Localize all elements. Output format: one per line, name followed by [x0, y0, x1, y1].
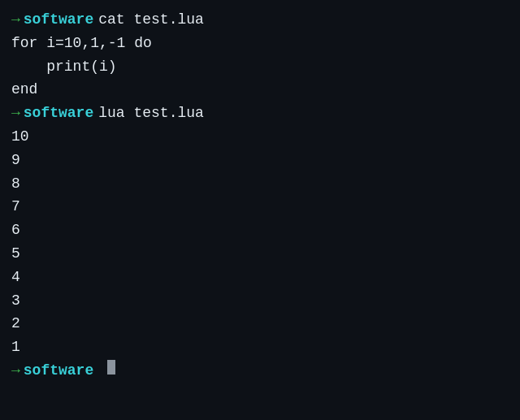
- output-text-2: print(i): [11, 55, 117, 79]
- output-line-1: for i=10,1,-1 do: [11, 32, 509, 55]
- prompt-host-3: software: [24, 359, 93, 383]
- prompt-host-2: software: [24, 102, 93, 125]
- prompt-line-1: → software cat test.lua: [11, 8, 509, 32]
- prompt-cmd-1: cat test.lua: [98, 8, 204, 32]
- output-num-7: 7: [11, 195, 509, 219]
- prompt-cmd-2: lua test.lua: [98, 102, 204, 125]
- output-text-3: end: [11, 78, 37, 102]
- output-num-10: 10: [11, 125, 509, 149]
- output-num-4: 4: [11, 266, 509, 289]
- output-line-3: end: [11, 78, 509, 102]
- prompt-arrow-2: →: [11, 102, 20, 125]
- prompt-line-2: → software lua test.lua: [11, 102, 509, 125]
- output-num-8: 8: [11, 172, 509, 196]
- output-num-9: 9: [11, 149, 509, 172]
- terminal-cursor: [107, 360, 115, 375]
- output-num-2: 2: [11, 312, 509, 336]
- output-num-1: 1: [11, 336, 509, 359]
- prompt-arrow-1: →: [11, 8, 20, 32]
- output-text-1: for i=10,1,-1 do: [11, 32, 152, 55]
- prompt-line-3[interactable]: → software: [11, 359, 509, 383]
- output-num-5: 5: [11, 242, 509, 266]
- output-num-6: 6: [11, 219, 509, 242]
- prompt-host-1: software: [24, 8, 93, 32]
- terminal-window: → software cat test.lua for i=10,1,-1 do…: [0, 0, 520, 420]
- prompt-arrow-3: →: [11, 359, 20, 383]
- prompt-cmd-3[interactable]: [98, 359, 107, 383]
- output-line-2: print(i): [11, 55, 509, 79]
- output-num-3: 3: [11, 289, 509, 313]
